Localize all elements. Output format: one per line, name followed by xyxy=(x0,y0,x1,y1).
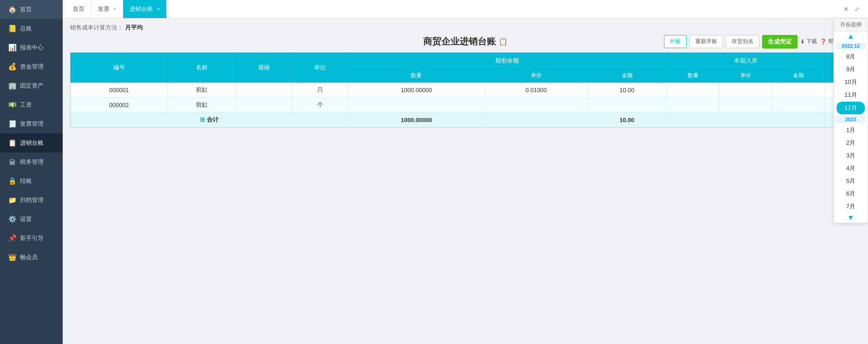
month-item-2022-10月[interactable]: 10月 xyxy=(834,76,868,88)
sidebar-icon-general-ledger: 📒 xyxy=(8,25,16,33)
month-item-2023-3月[interactable]: 3月 xyxy=(834,149,868,162)
month-item-2022-9月[interactable]: 9月 xyxy=(834,63,868,76)
sidebar-item-member[interactable]: 👑畅会员 xyxy=(0,248,63,267)
month-item-2023-7月[interactable]: 7月 xyxy=(834,200,868,213)
tab-close-invoice[interactable]: × xyxy=(113,6,116,12)
info-icon[interactable]: 📋 xyxy=(499,37,508,46)
sidebar-item-guide[interactable]: 📌新手引导 xyxy=(0,229,63,248)
inventory-table: 编号 名称 规格 单位 期初余额 本期入库 数 数量 单价 金额 数量 单价 xyxy=(70,53,860,128)
reconcile-button[interactable]: 对账 xyxy=(664,35,687,48)
sidebar-icon-home: 🏠 xyxy=(8,5,16,14)
sidebar-item-invoice-mgmt[interactable]: 🧾发票管理 xyxy=(0,114,63,133)
cell-id: 000001 xyxy=(71,83,168,98)
total-label: ⊞合计 xyxy=(71,113,348,128)
table-body: 000001 前缸 只 1000.00000 0.01000 10.00 000… xyxy=(71,83,860,128)
col-header-spec: 规格 xyxy=(236,53,292,83)
sidebar-item-home[interactable]: 🏠首页 xyxy=(0,0,63,19)
sidebar-icon-reports: 📊 xyxy=(8,44,16,52)
month-item-2023-5月[interactable]: 5月 xyxy=(834,175,868,187)
cell-amount-start xyxy=(587,98,666,113)
col-sub-amount-in: 金额 xyxy=(772,69,825,83)
month-item-2022-8月[interactable]: 8月 xyxy=(834,50,868,63)
download-button[interactable]: ⬇ 下载 xyxy=(800,38,817,45)
sidebar-item-reports[interactable]: 📊报表中心 xyxy=(0,38,63,57)
sidebar-label-settings: 设置 xyxy=(20,215,32,223)
reopen-button[interactable]: 重新开账 xyxy=(689,35,723,48)
tab-label-invoice: 发票 xyxy=(98,5,110,13)
month-item-2023-1月[interactable]: 1月 xyxy=(834,124,868,137)
tab-bar: 首页发票×进销台账× ✕ ⤢ xyxy=(63,0,868,18)
maximize-window-button[interactable]: ⤢ xyxy=(853,5,861,13)
sidebar-label-guide: 新手引导 xyxy=(20,234,44,242)
sidebar-icon-tax-mgmt: 🏛 xyxy=(8,158,16,166)
cost-method-bar: 销售成本计算方法： 月平均 xyxy=(70,24,861,32)
tab-label-inventory: 进销台账 xyxy=(130,5,153,13)
sidebar-icon-member: 👑 xyxy=(8,253,16,261)
sidebar-item-fixed-assets[interactable]: 🏢固定资产 xyxy=(0,76,63,95)
main-area: 首页发票×进销台账× ✕ ⤢ 销售成本计算方法： 月平均 商贸企业进销台账 📋 … xyxy=(63,0,868,344)
sidebar-label-general-ledger: 总账 xyxy=(20,25,32,33)
col-sub-qty-start: 数量 xyxy=(348,69,485,83)
sidebar-icon-fund-mgmt: 💰 xyxy=(8,63,16,71)
inventory-table-wrap: 编号 名称 规格 单位 期初余额 本期入库 数 数量 单价 金额 数量 单价 xyxy=(70,52,861,128)
sidebar-item-closing[interactable]: 🔒结账 xyxy=(0,172,63,191)
month-item-2023-2月[interactable]: 2月 xyxy=(834,137,868,149)
total-qty-start: 1000.00000 xyxy=(348,113,485,128)
tab-label-home: 首页 xyxy=(73,5,85,13)
year-label-2022: 2022.12 xyxy=(836,42,866,49)
page-header: 商贸企业进销台账 📋 对账 重新开账 存货别名 生成凭证 ⬇ 下载 ❓ 帮助 🔄… xyxy=(70,35,861,48)
col-sub-qty-in: 数量 xyxy=(667,69,719,83)
col-header-period-start: 期初余额 xyxy=(348,53,667,69)
cell-unit: 个 xyxy=(292,98,348,113)
sidebar-label-salary: 工资 xyxy=(20,101,32,109)
col-sub-price-start: 单价 xyxy=(485,69,587,83)
month-nav-up-button[interactable]: ▲ xyxy=(847,33,854,40)
sidebar-label-fund-mgmt: 资金管理 xyxy=(20,63,44,71)
sidebar-item-general-ledger[interactable]: 📒总账 xyxy=(0,19,63,38)
cell-qty-start xyxy=(348,98,485,113)
sidebar-icon-guide: 📌 xyxy=(8,234,16,242)
month-panel: 月份选择 ▲ 2022.128月9月10月11月12月20231月2月3月4月5… xyxy=(833,18,868,223)
sidebar-item-settings[interactable]: ⚙️设置 xyxy=(0,210,63,229)
month-nav-down-button[interactable]: ▼ xyxy=(847,214,854,221)
total-price-in xyxy=(719,113,772,128)
generate-voucher-button[interactable]: 生成凭证 xyxy=(762,35,798,49)
sidebar-item-salary[interactable]: 💵工资 xyxy=(0,95,63,114)
total-qty-in xyxy=(667,113,719,128)
sidebar-icon-inventory: 📋 xyxy=(8,139,16,147)
sidebar-item-archive[interactable]: 📁归档管理 xyxy=(0,191,63,210)
col-header-id: 编号 xyxy=(71,53,168,83)
month-panel-title: 月份选择 xyxy=(834,19,868,31)
sidebar-label-member: 畅会员 xyxy=(20,253,38,261)
toolbar-buttons: 对账 重新开账 存货别名 生成凭证 ⬇ 下载 ❓ 帮助 🔄 刷新 xyxy=(664,35,861,49)
month-item-2022-12月[interactable]: 12月 xyxy=(837,102,865,114)
month-item-2022-11月[interactable]: 11月 xyxy=(834,88,868,101)
cell-name: 前缸 xyxy=(167,83,236,98)
sidebar-label-home: 首页 xyxy=(20,5,32,14)
tab-inventory[interactable]: 进销台账× xyxy=(123,0,167,18)
tab-close-inventory[interactable]: × xyxy=(157,6,160,12)
save-alias-button[interactable]: 存货别名 xyxy=(726,35,759,48)
month-item-2023-4月[interactable]: 4月 xyxy=(834,162,868,175)
tab-home[interactable]: 首页 xyxy=(66,0,91,18)
sidebar-item-inventory[interactable]: 📋进销台账 xyxy=(0,133,63,152)
cell-qty-start: 1000.00000 xyxy=(348,83,485,98)
cell-id: 000002 xyxy=(71,98,168,113)
sidebar-label-reports: 报表中心 xyxy=(20,44,44,52)
total-amount-in xyxy=(772,113,825,128)
sidebar: 🏠首页📒总账📊报表中心💰资金管理🏢固定资产💵工资🧾发票管理📋进销台账🏛税务管理🔒… xyxy=(0,0,63,344)
tab-invoice[interactable]: 发票× xyxy=(91,0,123,18)
cell-amount-start: 10.00 xyxy=(587,83,666,98)
cell-spec xyxy=(236,83,292,98)
total-row: ⊞合计 1000.00000 10.00 xyxy=(71,113,860,128)
sidebar-item-fund-mgmt[interactable]: 💰资金管理 xyxy=(0,57,63,76)
cell-price-start: 0.01000 xyxy=(485,83,587,98)
col-header-name: 名称 xyxy=(167,53,236,83)
month-item-2023-6月[interactable]: 6月 xyxy=(834,187,868,200)
sidebar-icon-salary: 💵 xyxy=(8,101,16,109)
sidebar-item-tax-mgmt[interactable]: 🏛税务管理 xyxy=(0,152,63,172)
sidebar-icon-archive: 📁 xyxy=(8,196,16,204)
close-window-button[interactable]: ✕ xyxy=(843,5,850,13)
col-sub-amount-start: 金额 xyxy=(587,69,666,83)
cell-spec xyxy=(236,98,292,113)
